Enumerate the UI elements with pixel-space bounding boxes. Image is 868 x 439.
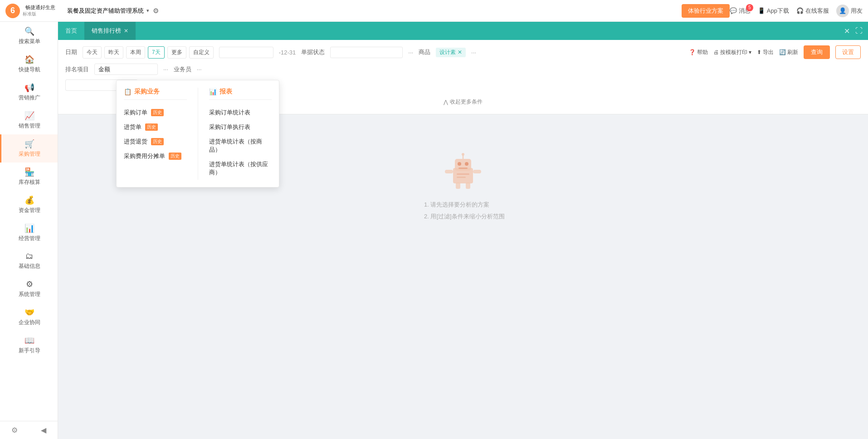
sidebar-item-enterprise[interactable]: 🤝 企业协同	[0, 303, 58, 331]
collapse-up-icon: ⋀	[444, 99, 448, 105]
message-btn[interactable]: 💬 消息 5	[730, 7, 751, 15]
menu-item-instock[interactable]: 进货单 历史	[124, 120, 187, 134]
sidebar-item-operations[interactable]: 📊 经营管理	[0, 219, 58, 247]
menu-item-instock-stat-goods[interactable]: 进货单统计表（按商品）	[209, 134, 272, 157]
sidebar-item-system[interactable]: ⚙ 系统管理	[0, 275, 58, 303]
voucher-dots[interactable]: ···	[408, 49, 413, 56]
query-btn[interactable]: 查询	[804, 45, 830, 59]
purchase-col: 📋 采购业务 采购订单 历史 进货单 历史 进货退货	[124, 88, 187, 180]
menu-item-purchase-order[interactable]: 采购订单 历史	[124, 105, 187, 120]
refresh-label: 刷新	[787, 49, 798, 56]
collapse-sidebar-icon[interactable]: ◀	[41, 426, 46, 434]
goods-tag: 设计素 ✕	[436, 48, 466, 57]
hist-badge: 历史	[151, 138, 164, 145]
date-filter-group: 今天 昨天 本周 7天 更多 自定义	[83, 46, 214, 59]
toolbar-row: 日期 今天 昨天 本周 7天 更多 自定义 -12-31 单据状态	[65, 45, 861, 59]
date-btn-today[interactable]: 今天	[83, 46, 102, 59]
page-content: 日期 今天 昨天 本周 7天 更多 自定义 -12-31 单据状态	[58, 40, 868, 439]
robot-svg	[440, 151, 486, 192]
print-template-btn[interactable]: 🖨 按模板打印 ▾	[713, 49, 751, 56]
sidebar-item-inventory[interactable]: 🏪 库存核算	[0, 163, 58, 191]
goods-tag-text: 设计素	[439, 49, 456, 56]
date-btn-7days[interactable]: 7天	[148, 46, 165, 59]
settings-bottom-icon[interactable]: ⚙	[11, 426, 18, 434]
search-icon: 🔍	[24, 26, 34, 36]
online-service-btn[interactable]: 🎧 在线客服	[796, 7, 829, 15]
menu-item-purchase-order-stat[interactable]: 采购订单统计表	[209, 105, 272, 120]
goods-tag-close-icon[interactable]: ✕	[458, 49, 462, 55]
menu-item-label: 进货单统计表（按商品）	[209, 138, 272, 154]
svg-point-2	[458, 162, 461, 166]
date-btn-more[interactable]: 更多	[167, 46, 186, 59]
home-icon: 🏠	[24, 54, 34, 64]
print-dropdown-icon[interactable]: ▾	[749, 49, 751, 55]
gear-icon[interactable]: ⚙	[153, 7, 159, 15]
sidebar-item-purchase[interactable]: 🛒 采购管理	[0, 134, 58, 163]
sidebar-item-marketing[interactable]: 📢 营销推广	[0, 78, 58, 106]
export-btn[interactable]: ⬆ 导出	[757, 49, 774, 56]
sidebar-item-guide[interactable]: 📖 新手引导	[0, 331, 58, 359]
hist-badge: 历史	[145, 123, 158, 131]
report-title-text: 报表	[219, 88, 232, 96]
empty-hint2: 用[过滤]条件来缩小分析范围	[430, 211, 504, 222]
menu-item-instock-stat-supplier[interactable]: 进货单统计表（按供应商）	[209, 157, 272, 180]
tab-bar-maximize-icon[interactable]: ⛶	[855, 27, 863, 35]
svg-rect-10	[466, 183, 470, 189]
ranking-select[interactable]: 金额	[94, 64, 158, 75]
tab-sales-rank[interactable]: 销售排行榜 ✕	[84, 22, 136, 40]
print-icon: 🖨	[713, 49, 719, 55]
svg-point-3	[465, 162, 468, 166]
app-download-btn[interactable]: 📱 App下载	[758, 7, 789, 15]
voucher-status-select[interactable]	[330, 47, 403, 58]
report-title-icon: 📊	[209, 88, 217, 95]
tab-home[interactable]: 首页	[58, 22, 84, 40]
purchase-col-title: 📋 采购业务	[124, 88, 187, 100]
avatar: 👤	[836, 5, 849, 17]
help-btn[interactable]: ❓ 帮助	[689, 49, 708, 56]
industry-btn[interactable]: 体验行业方案	[682, 4, 730, 18]
sidebar-label-fund: 资金管理	[19, 207, 40, 214]
empty-hint-list: 请先选择要分析的方案 用[过滤]条件来缩小分析范围	[421, 199, 504, 222]
mobile-icon: 📱	[758, 7, 765, 14]
date-btn-week[interactable]: 本周	[126, 46, 145, 59]
user-btn[interactable]: 👤 用友	[836, 5, 863, 17]
date-btn-custom[interactable]: 自定义	[189, 46, 214, 59]
system-title-dropdown-icon[interactable]: ▾	[146, 8, 149, 14]
menu-divider	[198, 88, 198, 180]
system-title-text: 装餐及固定资产辅助管理系统	[67, 7, 144, 15]
sidebar-item-base-info[interactable]: 🗂 基础信息	[0, 247, 58, 275]
date-btn-yesterday[interactable]: 昨天	[104, 46, 123, 59]
sidebar-label-enterprise: 企业协同	[19, 319, 40, 326]
svg-point-6	[462, 153, 464, 156]
date-start-input[interactable]	[219, 47, 273, 58]
print-label: 按模板打印	[720, 49, 747, 56]
goods-dots[interactable]: ···	[471, 49, 476, 56]
sidebar-item-fund[interactable]: 💰 资金管理	[0, 191, 58, 219]
sidebar-label-purchase: 采购管理	[19, 150, 40, 158]
empty-hint1: 请先选择要分析的方案	[430, 199, 504, 211]
tab-bar-close-icon[interactable]: ✕	[844, 27, 850, 35]
tab-bar-right: ✕ ⛶	[844, 27, 868, 35]
tab-close-icon[interactable]: ✕	[124, 28, 128, 34]
menu-item-purchase-fee[interactable]: 采购费用分摊单 历史	[124, 149, 187, 163]
sidebar-label-inventory: 库存核算	[19, 178, 40, 186]
sidebar-label-quick-nav: 快捷导航	[19, 66, 40, 74]
sales-icon: 📈	[24, 111, 34, 121]
app-download-label: App下载	[767, 7, 789, 15]
refresh-icon: 🔄	[779, 49, 786, 55]
sidebar-item-search[interactable]: 🔍 搜索菜单	[0, 22, 58, 50]
sidebar-item-sales[interactable]: 📈 销售管理	[0, 106, 58, 134]
refresh-btn[interactable]: 🔄 刷新	[779, 49, 798, 56]
ranking-dots[interactable]: ···	[163, 66, 168, 73]
settings-btn[interactable]: 设置	[835, 45, 861, 59]
report-col-title: 📊 报表	[209, 88, 272, 100]
menu-item-instock-return[interactable]: 进货退货 历史	[124, 134, 187, 149]
salesman-dots[interactable]: ···	[197, 66, 202, 73]
headset-icon: 🎧	[796, 7, 804, 14]
logo-area: 6 畅捷通好生意 标准版	[5, 4, 63, 18]
svg-rect-9	[456, 183, 460, 189]
sidebar-item-quick-nav[interactable]: 🏠 快捷导航	[0, 50, 58, 78]
date-label: 日期	[65, 48, 77, 56]
menu-item-purchase-order-exec[interactable]: 采购订单执行表	[209, 120, 272, 134]
svg-rect-8	[473, 170, 481, 173]
